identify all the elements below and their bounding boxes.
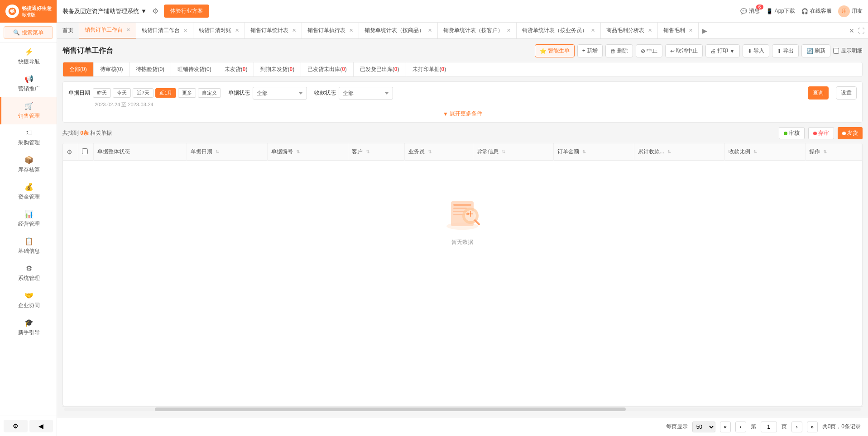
tab-sales-order-exec[interactable]: 销售订单执行表 ✕ xyxy=(302,23,359,39)
online-service-button[interactable]: 🎧 在线客服 xyxy=(801,7,832,15)
sub-tab-shipped-not-out[interactable]: 已发货未出库(0) xyxy=(301,62,354,76)
tab-close-sales-stats-product[interactable]: ✕ xyxy=(428,28,432,33)
col-collected-header[interactable]: 累计收款... xyxy=(634,143,724,161)
select-all-checkbox[interactable] xyxy=(82,148,88,154)
system-selector[interactable]: 装备及固定资产辅助管理系统 ▼ xyxy=(62,7,147,15)
col-anomaly-header[interactable]: 异常信息 xyxy=(473,143,554,161)
tab-close-sales-stats-customer[interactable]: ✕ xyxy=(507,28,511,33)
first-page-button[interactable]: « xyxy=(720,422,731,432)
scroll-thumb[interactable] xyxy=(155,408,626,411)
filter-date-today[interactable]: 今天 xyxy=(113,88,131,98)
tab-close-cash-daily[interactable]: ✕ xyxy=(183,28,187,33)
page-number-input[interactable] xyxy=(761,422,777,432)
smart-create-button[interactable]: ⭐ 智能生单 xyxy=(535,44,575,57)
audit-button[interactable]: 审核 xyxy=(779,127,805,139)
col-status-header[interactable]: 单据整体状态 xyxy=(94,143,187,161)
filter-date-more[interactable]: 更多 xyxy=(178,88,196,98)
sidebar-item-operations[interactable]: 📊 经营管理 xyxy=(0,205,57,232)
tab-close-sales-order-stats[interactable]: ✕ xyxy=(292,28,296,33)
tab-cash-reconcile[interactable]: 钱货日清对账 ✕ xyxy=(193,23,245,39)
stop-button[interactable]: ⊘ 中止 xyxy=(636,44,662,57)
filter-payment-select[interactable]: 全部 xyxy=(339,87,393,100)
sidebar-item-enterprise[interactable]: 🤝 企业协同 xyxy=(0,287,57,314)
tab-maximize-icon[interactable]: ⛶ xyxy=(856,26,866,35)
print-button[interactable]: 🖨 打印 ▼ xyxy=(705,44,740,57)
prev-page-button[interactable]: ‹ xyxy=(735,422,746,432)
tab-sales-stats-staff[interactable]: 销货单统计表（按业务员） ✕ xyxy=(517,23,601,39)
filter-date-7days[interactable]: 近7天 xyxy=(133,88,153,98)
tab-sales-stats-product[interactable]: 销货单统计表（按商品） ✕ xyxy=(359,23,438,39)
app-download-button[interactable]: 📱 App下载 xyxy=(766,7,795,15)
filter-date-1month[interactable]: 近1月 xyxy=(155,88,176,98)
filter-status-select[interactable]: 全部 xyxy=(253,87,307,100)
export-button[interactable]: ⬆ 导出 xyxy=(772,44,799,57)
sidebar-item-finance[interactable]: 💰 资金管理 xyxy=(0,178,57,205)
search-menu-button[interactable]: 🔍 搜索菜单 xyxy=(4,26,53,39)
next-page-button[interactable]: › xyxy=(791,422,802,432)
scroll-track[interactable] xyxy=(64,408,861,411)
sidebar-item-sales[interactable]: 🛒 销售管理 xyxy=(0,97,57,124)
sub-tab-shipped-out[interactable]: 已发货已出库(0) xyxy=(354,62,406,76)
sidebar-item-basic[interactable]: 📋 基础信息 xyxy=(0,232,57,260)
sidebar-item-newbie[interactable]: 🎓 新手引导 xyxy=(0,314,57,341)
cancel-stop-button[interactable]: ↩ 取消中止 xyxy=(665,44,703,57)
svg-line-10 xyxy=(475,220,479,224)
sidebar-item-purchase[interactable]: 🏷 采购管理 xyxy=(0,124,57,151)
new-button[interactable]: + 新增 xyxy=(577,44,603,57)
expand-filter-button[interactable]: ▼ 展开更多条件 xyxy=(68,110,857,118)
horizontal-scrollbar[interactable] xyxy=(62,406,863,412)
cancel-audit-button[interactable]: 弃审 xyxy=(808,127,834,139)
delete-button[interactable]: 🗑 删除 xyxy=(605,44,633,57)
column-settings-icon[interactable]: ⚙ xyxy=(67,148,72,156)
tab-close-cash-reconcile[interactable]: ✕ xyxy=(235,28,239,33)
sub-tab-pending-inspect[interactable]: 待拣验货(0) xyxy=(129,62,171,76)
tab-sales-order-workbench[interactable]: 销售订单工作台 ✕ xyxy=(79,23,136,39)
tab-sales-stats-customer[interactable]: 销货单统计表（按客户） ✕ xyxy=(438,23,517,39)
refresh-button[interactable]: 🔄 刷新 xyxy=(801,44,830,57)
sidebar-collapse-button[interactable]: ◀ xyxy=(29,420,53,432)
query-button[interactable]: 查询 xyxy=(808,86,829,100)
col-customer-header[interactable]: 客户 xyxy=(348,143,404,161)
tab-close-product-margin[interactable]: ✕ xyxy=(648,28,652,33)
sidebar-item-marketing[interactable]: 📢 营销推广 xyxy=(0,70,57,97)
col-amount-header[interactable]: 订单金额 xyxy=(554,143,634,161)
tab-sales-order-stats[interactable]: 销售订单统计表 ✕ xyxy=(245,23,302,39)
sub-tab-all[interactable]: 全部(0) xyxy=(63,62,94,76)
tab-close-sales-order-exec[interactable]: ✕ xyxy=(349,28,353,33)
import-button[interactable]: ⬇ 导入 xyxy=(743,44,769,57)
sidebar-item-inventory[interactable]: 📦 库存核算 xyxy=(0,151,57,178)
col-number-header[interactable]: 单据编号 xyxy=(267,143,348,161)
col-date-header[interactable]: 单据日期 xyxy=(187,143,268,161)
col-staff-header[interactable]: 业务员 xyxy=(404,143,473,161)
filter-date-yesterday[interactable]: 昨天 xyxy=(93,88,111,98)
tab-home[interactable]: 首页 xyxy=(57,23,79,39)
tab-refresh-icon[interactable]: ✕ xyxy=(847,26,856,35)
tab-product-margin[interactable]: 商品毛利分析表 ✕ xyxy=(601,23,658,39)
last-page-button[interactable]: » xyxy=(807,422,818,432)
industry-solution-button[interactable]: 体验行业方案 xyxy=(164,5,209,18)
sub-tab-not-printed[interactable]: 未打印单据(0) xyxy=(406,62,453,76)
tab-close-sales-stats-staff[interactable]: ✕ xyxy=(591,28,595,33)
user-menu-button[interactable]: 用 用友 xyxy=(838,5,863,17)
tab-close-sales-profit[interactable]: ✕ xyxy=(689,28,693,33)
tab-cash-daily[interactable]: 钱货日清工作台 ✕ xyxy=(136,23,193,39)
message-button[interactable]: 💬 消息 6 xyxy=(740,7,760,15)
sidebar-item-system[interactable]: ⚙ 系统管理 xyxy=(0,260,57,287)
topbar-settings-icon[interactable]: ⚙ xyxy=(150,5,160,17)
sidebar-item-quick-nav[interactable]: ⚡ 快捷导航 xyxy=(0,43,57,70)
filter-date-custom[interactable]: 自定义 xyxy=(198,88,221,98)
tab-close-sales-order-workbench[interactable]: ✕ xyxy=(126,27,130,33)
sidebar-settings-button[interactable]: ⚙ xyxy=(4,420,28,432)
show-detail-checkbox[interactable] xyxy=(833,48,839,54)
sub-tab-wangpu-pending[interactable]: 旺铺待发货(0) xyxy=(171,62,218,76)
delete-icon: 🗑 xyxy=(610,48,616,54)
show-detail-checkbox-label[interactable]: 显示明细 xyxy=(833,47,863,55)
sub-tab-pending-review[interactable]: 待审核(0) xyxy=(94,62,130,76)
sub-tab-expired-not-shipped[interactable]: 到期未发货(0) xyxy=(254,62,301,76)
page-size-select[interactable]: 50 10 20 100 xyxy=(692,422,715,432)
filter-settings-button[interactable]: 设置 xyxy=(836,86,857,100)
tab-more-button[interactable]: ▶ xyxy=(699,27,711,34)
sub-tab-not-shipped[interactable]: 未发货(0) xyxy=(218,62,254,76)
ship-button[interactable]: 发货 xyxy=(838,127,863,139)
tab-sales-profit[interactable]: 销售毛利 ✕ xyxy=(658,23,699,39)
